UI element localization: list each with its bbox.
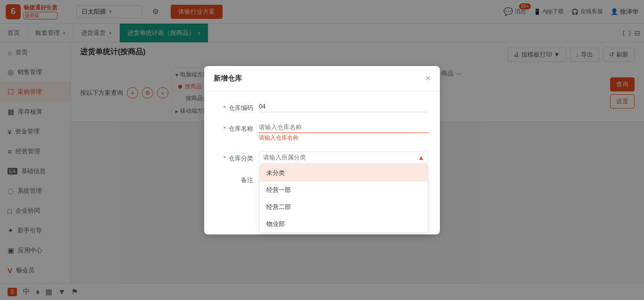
name-input-wrap: 请输入仓库名称 <box>259 122 429 142</box>
dropdown-item-ops2[interactable]: 经营二部 <box>260 199 428 216</box>
dropdown-item-ops1[interactable]: 经营一部 <box>260 182 428 199</box>
warehouse-code-input[interactable] <box>259 101 429 112</box>
category-selector[interactable]: ▲ 未分类 经营一部 经营二部 物业部 <box>259 151 429 164</box>
dialog-body: * 仓库编码 * 仓库名称 请输入仓库名称 * <box>204 92 440 203</box>
dialog-close-btn[interactable]: × <box>425 74 430 83</box>
dialog-title: 新增仓库 <box>214 74 242 83</box>
dialog-header: 新增仓库 × <box>204 66 440 92</box>
category-input-field[interactable] <box>263 154 418 161</box>
required-mark2: * <box>223 125 226 132</box>
category-arrow-icon: ▲ <box>418 154 424 161</box>
category-dropdown: 未分类 经营一部 经营二部 物业部 <box>259 164 428 233</box>
category-label: * 仓库分类 <box>215 151 253 163</box>
form-row-name: * 仓库名称 请输入仓库名称 <box>215 122 429 142</box>
dropdown-item-uncategorized[interactable]: 未分类 <box>260 165 428 182</box>
name-error-msg: 请输入仓库名称 <box>259 134 429 142</box>
dropdown-item-property[interactable]: 物业部 <box>260 216 428 233</box>
notes-label: 备注 <box>215 173 253 184</box>
form-row-code: * 仓库编码 <box>215 101 429 112</box>
warehouse-name-input[interactable] <box>259 122 429 133</box>
name-label: * 仓库名称 <box>215 122 253 133</box>
code-label: * 仓库编码 <box>215 101 253 112</box>
required-mark3: * <box>223 155 226 162</box>
dialog-overlay: 新增仓库 × * 仓库编码 * 仓库名称 请输入仓库名称 <box>0 0 644 300</box>
form-row-category: * 仓库分类 ▲ 未分类 经营一部 经营二部 <box>215 151 429 164</box>
new-warehouse-dialog: 新增仓库 × * 仓库编码 * 仓库名称 请输入仓库名称 <box>204 66 440 234</box>
required-mark: * <box>223 104 226 111</box>
